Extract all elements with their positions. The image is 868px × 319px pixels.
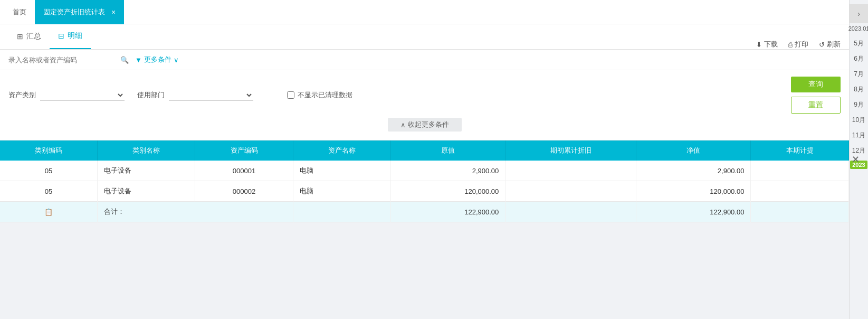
summary-original: 122,900.00: [391, 202, 505, 222]
active-tab: 固定资产折旧统计表 ×: [35, 0, 124, 24]
download-label: 下载: [764, 40, 778, 49]
filter-icon: ▼: [135, 56, 142, 64]
cell-accum-dep: [505, 181, 636, 202]
print-icon: ⎙: [788, 41, 793, 49]
collapse-bar: ∧ 收起更多条件: [8, 114, 841, 136]
summary-icon-cell: 📋: [0, 202, 97, 222]
summary-empty: [293, 202, 391, 222]
col-cat-name: 类别名称: [97, 140, 195, 161]
advanced-filter: 资产类别 使用部门 不显示已清理数据 查询 重置 ∧: [0, 70, 849, 140]
cell-net-value: 2,900.00: [636, 161, 751, 181]
sidebar-expand-button[interactable]: ›: [850, 4, 869, 23]
cell-asset-code: 000002: [195, 181, 293, 202]
home-link[interactable]: 首页: [8, 7, 31, 17]
table-row: 05 电子设备 000002 电脑 120,000.00 120,000.00: [0, 181, 849, 202]
date-label: 2023.01: [847, 23, 868, 34]
col-asset-code: 资产编码: [195, 140, 293, 161]
search-input[interactable]: [8, 56, 114, 64]
tab-close-button[interactable]: ×: [111, 8, 116, 16]
summary-accum-dep: [505, 202, 636, 222]
print-label: 打印: [795, 40, 808, 49]
summary-row: 📋 合计： 122,900.00 122,900.00: [0, 202, 849, 222]
table-wrapper: 类别编码 类别名称 资产编码 资产名称 原值 期初累计折旧 净值 本期计提 05…: [0, 140, 849, 319]
tab-title: 固定资产折旧统计表: [43, 7, 105, 17]
tab-summary[interactable]: ⊞ 汇总: [8, 24, 50, 49]
print-button[interactable]: ⎙ 打印: [788, 40, 808, 49]
table-header-row: 类别编码 类别名称 资产编码 资产名称 原值 期初累计折旧 净值 本期计提: [0, 140, 849, 161]
cell-asset-code: 000001: [195, 161, 293, 181]
cell-net-value: 120,000.00: [636, 181, 751, 202]
data-table: 类别编码 类别名称 资产编码 资产名称 原值 期初累计折旧 净值 本期计提 05…: [0, 140, 849, 222]
expand-icon: ›: [857, 10, 860, 18]
adv-filter-row: 资产类别 使用部门 不显示已清理数据 查询 重置: [8, 77, 841, 114]
col-accum-dep: 期初累计折旧: [505, 140, 636, 161]
table-row: 05 电子设备 000001 电脑 2,900.00 2,900.00: [0, 161, 849, 181]
summary-icon: ⊞: [17, 32, 23, 41]
col-current-dep: 本期计提: [751, 140, 849, 161]
collapse-icon: ∧: [400, 121, 406, 129]
sidebar-month-item[interactable]: 11月: [850, 128, 869, 143]
hide-cleared-area: 不显示已清理数据: [287, 90, 352, 100]
tab-actions: ⬇ 下载 ⎙ 打印 ↺ 刷新: [756, 40, 841, 49]
sidebar-month-item[interactable]: 6月: [850, 51, 869, 67]
refresh-label: 刷新: [827, 40, 841, 49]
refresh-icon: ↺: [819, 41, 825, 49]
reset-button[interactable]: 重置: [791, 97, 841, 114]
hide-cleared-label: 不显示已清理数据: [298, 90, 352, 100]
asset-category-field: 资产类别: [8, 89, 125, 101]
department-field: 使用部门: [137, 89, 253, 101]
cell-accum-dep: [505, 161, 636, 181]
tab-summary-label: 汇总: [26, 32, 41, 41]
download-icon: ⬇: [756, 41, 762, 49]
col-net-value: 净值: [636, 140, 751, 161]
col-asset-name: 资产名称: [293, 140, 391, 161]
refresh-button[interactable]: ↺ 刷新: [819, 40, 841, 49]
detail-icon: ⊟: [58, 32, 64, 40]
sidebar-months: 5月6月7月8月9月10月11月12月: [850, 34, 869, 158]
cell-cat-name: 电子设备: [97, 181, 195, 202]
query-button[interactable]: 查询: [791, 77, 841, 92]
cell-asset-name: 电脑: [293, 161, 391, 181]
chevron-down-icon: ∨: [174, 56, 179, 64]
department-label: 使用部门: [137, 90, 165, 100]
sidebar-month-item[interactable]: 9月: [850, 97, 869, 112]
cell-cat-code: 05: [0, 161, 97, 181]
tab-detail[interactable]: ⊟ 明细: [50, 24, 91, 49]
asset-category-label: 资产类别: [8, 90, 36, 100]
summary-current-dep: [751, 202, 849, 222]
tab-detail-label: 明细: [68, 31, 82, 41]
nav-bar: 首页 固定资产折旧统计表 × ✕: [0, 0, 849, 24]
cell-current-dep: [751, 161, 849, 181]
asset-category-select[interactable]: [40, 89, 125, 101]
cell-original: 2,900.00: [391, 161, 505, 181]
more-conditions-label: 更多条件: [144, 55, 171, 64]
department-select[interactable]: [169, 89, 253, 101]
col-cat-code: 类别编码: [0, 140, 97, 161]
more-conditions-link[interactable]: ▼ 更多条件 ∨: [135, 55, 179, 64]
tab-bar: ⊞ 汇总 ⊟ 明细 ⬇ 下载 ⎙ 打印 ↺ 刷新: [0, 24, 849, 50]
sidebar-month-item[interactable]: 7月: [850, 67, 869, 82]
filter-bar: 🔍 ▼ 更多条件 ∨: [0, 50, 849, 70]
collapse-button[interactable]: ∧ 收起更多条件: [388, 118, 462, 132]
cell-asset-name: 电脑: [293, 181, 391, 202]
collapse-label: 收起更多条件: [408, 120, 449, 129]
window-close-button[interactable]: ✕: [852, 154, 860, 165]
summary-net-value: 122,900.00: [636, 202, 751, 222]
sidebar-month-item[interactable]: 5月: [850, 36, 869, 51]
cell-cat-code: 05: [0, 181, 97, 202]
summary-label: 合计：: [97, 202, 293, 222]
download-button[interactable]: ⬇ 下载: [756, 40, 778, 49]
cell-original: 120,000.00: [391, 181, 505, 202]
sidebar-month-item[interactable]: 8月: [850, 82, 869, 97]
sidebar-month-item[interactable]: 10月: [850, 112, 869, 128]
search-icon[interactable]: 🔍: [120, 56, 129, 64]
cell-current-dep: [751, 181, 849, 202]
col-original: 原值: [391, 140, 505, 161]
hide-cleared-checkbox[interactable]: [287, 91, 294, 99]
cell-cat-name: 电子设备: [97, 161, 195, 181]
filter-buttons: 查询 重置: [791, 77, 841, 114]
